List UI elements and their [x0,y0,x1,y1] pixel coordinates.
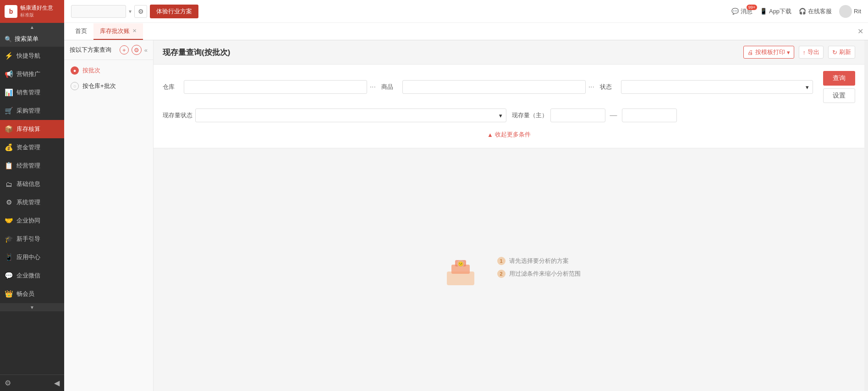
stock-status-filter-group: 现存量状态 ▾ [163,109,506,122]
app-name: 畅康通好生意 [20,5,53,12]
collapse-conditions-btn[interactable]: ▲ 收起更多条件 [163,128,855,141]
sidebar-item-newbie[interactable]: 🎓 新手引导 [0,230,64,248]
sidebar-header: b 畅康通好生意 标准版 [0,0,64,23]
collapse-label: 收起更多条件 [495,130,531,139]
query-btn[interactable]: 查询 [823,71,855,86]
plan-item-by-warehouse-batch[interactable]: ○ 按仓库+批次 [64,78,153,94]
print-btn[interactable]: 🖨 按模板打印 ▾ [743,46,794,59]
warehouse-label: 仓库 [163,83,181,91]
left-panel-header: 按以下方案查询 + ⚙ « [64,40,153,60]
message-badge: 99+ [747,5,757,10]
operations-icon: 📋 [5,162,13,170]
basic-icon: 🗂 [5,180,13,188]
settings-btn[interactable]: 设置 [823,88,855,103]
topbar-chevron-icon[interactable]: ▾ [129,8,132,15]
member-icon: 👑 [5,290,13,298]
sidebar-item-label: 库存核算 [16,125,40,133]
stock-qty-min-input[interactable] [550,109,605,122]
online-service-btn[interactable]: 🎧 在线客服 [799,7,832,16]
add-plan-btn[interactable]: + [120,45,129,54]
sidebar-scroll-up[interactable]: ▲ [0,23,64,31]
export-icon: ↑ [803,49,806,56]
hint-text-1: 请先选择要分析的方案 [509,257,569,265]
sidebar-item-wechat[interactable]: 💬 企业微信 [0,266,64,285]
sidebar-item-appstore[interactable]: 📱 应用中心 [0,248,64,266]
print-label: 按模板打印 [755,48,785,56]
right-scrollbar[interactable] [864,40,868,391]
product-dots[interactable]: ··· [588,83,594,91]
sidebar-search-item[interactable]: 🔍 搜索菜单 [0,31,64,47]
content-area: 现存量查询(按批次) 🖨 按模板打印 ▾ ↑ 导出 ↻ 刷新 [154,40,864,391]
topbar-right: 💬 消息 99+ 📱 App下载 🎧 在线客服 Rit [731,5,861,18]
online-service-label: 在线客服 [808,7,832,16]
print-icon: 🖨 [747,49,753,56]
sidebar-item-finance[interactable]: 💰 资金管理 [0,138,64,157]
warehouse-dots[interactable]: ··· [370,83,376,91]
inventory-icon: 📦 [5,125,13,133]
stock-qty-label: 现存量（主） [512,111,548,119]
purchase-icon: 🛒 [5,107,13,115]
tab-panel-close-icon[interactable]: ✕ [857,27,863,36]
sidebar-item-enterprise[interactable]: 🤝 企业协同 [0,212,64,230]
empty-illustration: 😕 [438,246,483,293]
tab-inventory-batch[interactable]: 库存批次账 ✕ [93,23,143,40]
sidebar-item-sales[interactable]: 📊 销售管理 [0,83,64,102]
sidebar: b 畅康通好生意 标准版 ▲ 🔍 搜索菜单 ⚡ 快捷导航 📢 营销推广 📊 销售… [0,0,64,391]
sidebar-item-operations[interactable]: 📋 经营管理 [0,157,64,175]
app-title-area: 畅康通好生意 标准版 [20,5,53,18]
topbar-search-input[interactable] [71,5,126,18]
marketing-icon: 📢 [5,70,13,78]
status-chevron-icon: ▾ [806,84,809,91]
sidebar-item-marketing[interactable]: 📢 营销推广 [0,65,64,83]
app-download-btn[interactable]: 📱 App下载 [760,7,791,16]
empty-hint-1: 1 请先选择要分析的方案 [497,257,581,265]
export-btn[interactable]: ↑ 导出 [799,46,824,59]
sidebar-item-label: 应用中心 [16,253,40,261]
sidebar-item-inventory[interactable]: 📦 库存核算 [0,120,64,138]
left-panel: 按以下方案查询 + ⚙ « ● 按批次 ○ 按 [64,40,154,391]
plan-item-by-batch[interactable]: ● 按批次 [64,63,153,78]
footer-settings-icon[interactable]: ⚙ [5,379,11,387]
page-header: 现存量查询(按批次) 🖨 按模板打印 ▾ ↑ 导出 ↻ 刷新 [154,40,864,65]
product-input[interactable] [402,80,586,94]
tab-close-icon[interactable]: ✕ [132,28,137,34]
experience-btn[interactable]: 体验行业方案 [150,5,198,18]
headset-icon: 🎧 [799,8,806,15]
stock-status-chevron-icon: ▾ [499,112,502,119]
warehouse-input[interactable] [184,80,367,94]
sidebar-item-basic[interactable]: 🗂 基础信息 [0,175,64,193]
product-label: 商品 [381,83,400,91]
sidebar-item-purchase[interactable]: 🛒 采购管理 [0,102,64,120]
hint-num-1: 1 [497,257,505,265]
gear-icon: ⚙ [134,47,139,54]
sidebar-item-quick-nav[interactable]: ⚡ 快捷导航 [0,47,64,65]
plan-list: ● 按批次 ○ 按仓库+批次 [64,60,153,97]
action-btns: 查询 设置 [823,71,855,103]
newbie-icon: 🎓 [5,235,13,243]
refresh-btn[interactable]: ↻ 刷新 [828,46,855,59]
app-version: 标准版 [20,12,53,18]
username-label: Rit [854,8,861,15]
page-title: 现存量查询(按批次) [163,47,230,58]
stock-status-select[interactable]: ▾ [195,109,506,122]
footer-collapse-icon[interactable]: ◀ [54,379,60,387]
sidebar-item-label: 新手引导 [16,235,40,243]
sidebar-item-member[interactable]: 👑 畅会员 [0,285,64,303]
plan-settings-btn[interactable]: ⚙ [132,45,142,55]
page-header-actions: 🖨 按模板打印 ▾ ↑ 导出 ↻ 刷新 [743,46,856,59]
plan-item-label: 按批次 [82,66,100,75]
messages-btn[interactable]: 💬 消息 99+ [731,7,753,16]
tab-home[interactable]: 首页 [69,23,93,40]
status-select[interactable]: ▾ [621,80,813,94]
panel-collapse-btn[interactable]: « [144,47,148,54]
topbar-settings-btn[interactable]: ⚙ [134,5,147,18]
tab-inventory-batch-label: 库存批次账 [100,27,130,35]
avatar [839,5,852,18]
tab-home-label: 首页 [75,27,87,35]
stock-qty-max-input[interactable] [622,109,677,122]
sidebar-scroll-down[interactable]: ▼ [0,303,64,311]
sidebar-item-label: 资金管理 [16,143,40,152]
user-menu[interactable]: Rit [839,5,861,18]
hint-num-2: 2 [497,270,505,278]
sidebar-item-system[interactable]: ⚙ 系统管理 [0,193,64,212]
